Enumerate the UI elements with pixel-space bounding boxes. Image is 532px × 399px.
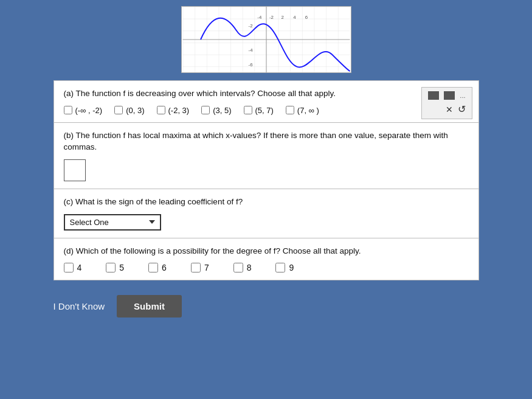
svg-text:2: 2 <box>281 15 283 20</box>
svg-text:-2: -2 <box>248 23 252 29</box>
svg-text:4: 4 <box>293 15 296 20</box>
checkbox-a6[interactable]: (7, ∞ ) <box>286 106 319 115</box>
checkbox-a3[interactable]: (-2, 3) <box>157 106 190 115</box>
checkbox-input-a4[interactable] <box>201 106 210 114</box>
svg-text:-6: -6 <box>248 62 253 68</box>
checkbox-label-a6: (7, ∞ ) <box>297 106 319 115</box>
checkbox-input-a6[interactable] <box>286 106 294 114</box>
submit-button[interactable]: Submit <box>117 295 182 317</box>
degree-label-9: 9 <box>289 263 294 272</box>
checkbox-d9[interactable] <box>275 263 285 272</box>
checkbox-d7[interactable] <box>191 263 201 272</box>
checkbox-label-a4: (3, 5) <box>213 106 231 115</box>
section-d-options: 4 5 6 7 8 <box>64 263 469 272</box>
section-b-question: (b) The function f has local maxima at w… <box>64 130 469 153</box>
section-a: (a) The function f is decreasing over wh… <box>54 81 478 123</box>
checkbox-a2[interactable]: (0, 3) <box>114 106 144 115</box>
section-c: (c) What is the sign of the leading coef… <box>54 189 478 238</box>
checkbox-input-a3[interactable] <box>157 106 165 114</box>
question-panel: ... ✕ ↺ (a) The function f is decreasing… <box>54 80 479 280</box>
panel-icon-1 <box>428 91 439 100</box>
checkbox-a5[interactable]: (5, 7) <box>244 106 274 115</box>
checkbox-input-a2[interactable] <box>114 106 123 114</box>
degree-8[interactable]: 8 <box>233 263 252 272</box>
section-c-dropdown[interactable]: Select One Positive Negative <box>64 214 161 231</box>
degree-4[interactable]: 4 <box>64 263 82 272</box>
icon-row: ... <box>428 91 465 100</box>
degree-label-4: 4 <box>77 263 82 272</box>
svg-text:6: 6 <box>305 15 308 20</box>
icon-panel: ... ✕ ↺ <box>421 87 472 119</box>
section-a-options: (-∞ , -2) (0, 3) (-2, 3) (3, 5) (5, 7) <box>64 106 469 115</box>
section-a-question: (a) The function f is decreasing over wh… <box>64 88 469 100</box>
checkbox-label-a2: (0, 3) <box>126 106 144 115</box>
panel-icon-2 <box>444 91 455 100</box>
degree-label-6: 6 <box>162 263 167 272</box>
svg-text:-4: -4 <box>248 47 253 53</box>
section-c-question: (c) What is the sign of the leading coef… <box>64 196 469 208</box>
section-d: (d) Which of the following is a possibil… <box>54 238 478 280</box>
checkbox-a1[interactable]: (-∞ , -2) <box>64 106 103 115</box>
degree-label-8: 8 <box>247 263 252 272</box>
checkbox-a4[interactable]: (3, 5) <box>201 106 231 115</box>
degree-5[interactable]: 5 <box>106 263 124 272</box>
checkbox-input-a5[interactable] <box>244 106 252 114</box>
close-icon[interactable]: ✕ <box>446 105 453 114</box>
checkbox-label-a1: (-∞ , -2) <box>75 106 103 115</box>
svg-text:-4: -4 <box>257 15 262 20</box>
section-b: (b) The function f has local maxima at w… <box>54 123 478 189</box>
checkbox-d6[interactable] <box>148 263 158 272</box>
action-icon-row: ✕ ↺ <box>446 103 466 115</box>
degree-label-7: 7 <box>204 263 209 272</box>
graph-container: -2 -4 2 4 6 -2 -4 -6 <box>181 6 351 73</box>
degree-7[interactable]: 7 <box>191 263 209 272</box>
svg-text:-2: -2 <box>269 15 273 20</box>
dont-know-button[interactable]: I Don't Know <box>54 301 105 311</box>
checkbox-d5[interactable] <box>106 263 116 272</box>
checkbox-label-a5: (5, 7) <box>255 106 274 115</box>
undo-icon[interactable]: ↺ <box>458 103 466 115</box>
checkbox-label-a3: (-2, 3) <box>168 106 190 115</box>
checkbox-d4[interactable] <box>64 263 74 272</box>
degree-6[interactable]: 6 <box>148 263 167 272</box>
degree-label-5: 5 <box>119 263 124 272</box>
checkbox-input-a1[interactable] <box>64 106 72 114</box>
panel-dots: ... <box>460 92 465 99</box>
bottom-bar: I Don't Know Submit <box>54 295 479 317</box>
degree-9[interactable]: 9 <box>275 263 294 272</box>
main-container: -2 -4 2 4 6 -2 -4 -6 ... ✕ ↺ <box>0 0 532 399</box>
section-b-input[interactable] <box>64 159 86 181</box>
section-d-question: (d) Which of the following is a possibil… <box>64 246 469 257</box>
checkbox-d8[interactable] <box>233 263 243 272</box>
